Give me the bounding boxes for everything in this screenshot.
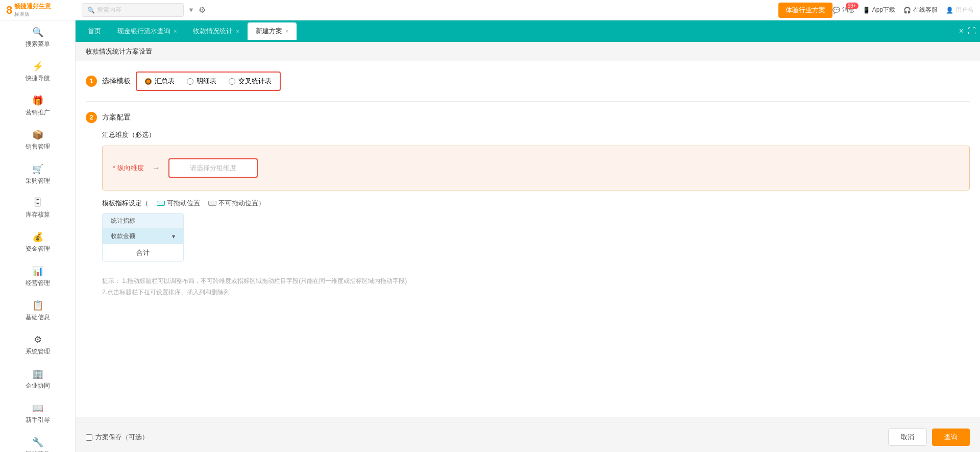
radio-detail[interactable]: 明细表 <box>187 77 216 86</box>
page-content: 收款情况统计方案设置 1 选择模板 汇总表 <box>76 42 980 452</box>
radio-cross-input[interactable] <box>229 78 235 85</box>
dimension-select[interactable]: 请选择分组维度 <box>168 158 258 178</box>
metrics-header: 模板指标设定（ 可拖动位置 不可拖动位置） <box>102 199 970 208</box>
main-layout: 🔍 搜索菜单 ⚡ 快捷导航 🎁 营销推广 📦 销售管理 🛒 采购管理 🗄 库存核… <box>0 20 980 452</box>
sidebar-item-label-guide: 新手引导 <box>26 416 50 424</box>
service-icon: 🎧 <box>903 7 911 14</box>
dimension-label: 汇总维度（必选） <box>102 130 970 139</box>
step2-number: 2 <box>86 112 97 123</box>
basic-info-icon: 📋 <box>32 300 43 311</box>
sidebar-item-finance[interactable]: 💰 资金管理 <box>0 225 75 259</box>
online-service[interactable]: 🎧 在线客服 <box>903 6 938 14</box>
sidebar-item-guide[interactable]: 📖 新手引导 <box>0 396 75 431</box>
hint1: 提示： 1.拖动标题栏可以调整布局，不可跨维度或指标区域拖动栏目字段(只能在同一… <box>102 276 970 287</box>
radio-cross[interactable]: 交叉统计表 <box>229 77 272 86</box>
dropdown-icon[interactable]: ▼ <box>188 6 194 14</box>
user-area[interactable]: 👤 用户名 <box>946 6 974 14</box>
top-right-icons: 💬 消息 99+ 📱 App下载 🎧 在线客服 👤 用户名 <box>832 6 974 14</box>
radio-summary[interactable]: 汇总表 <box>145 77 175 86</box>
enterprise-icon: 🏢 <box>32 368 43 379</box>
guide-icon: 📖 <box>32 402 43 414</box>
template-radio-group: 汇总表 明细表 交叉统计表 <box>136 72 281 91</box>
tab-fullscreen-button[interactable]: ⛶ <box>968 27 976 36</box>
sidebar-item-marketing[interactable]: 🎁 营销推广 <box>0 89 75 123</box>
radio-detail-input[interactable] <box>187 78 193 85</box>
radio-summary-label: 汇总表 <box>155 77 175 86</box>
tab-home-label: 首页 <box>88 27 101 36</box>
search-icon: 🔍 <box>87 7 95 14</box>
tab-collection[interactable]: 收款情况统计 × <box>185 22 247 40</box>
radio-detail-label: 明细表 <box>197 77 216 86</box>
sidebar-item-label-quick: 快捷导航 <box>26 74 50 83</box>
sidebar-item-hardware[interactable]: 🔧 智能硬件 <box>0 431 75 452</box>
metrics-column-row[interactable]: 收款金额 ▾ <box>103 229 183 244</box>
metrics-config: 模板指标设定（ 可拖动位置 不可拖动位置） <box>102 199 970 264</box>
draggable-text: 可拖动位置 <box>167 199 200 208</box>
management-icon: 📊 <box>32 266 43 277</box>
sidebar-item-inventory[interactable]: 🗄 库存核算 <box>0 192 75 225</box>
content-area: 首页 现金银行流水查询 × 收款情况统计 × 新建方案 × × ⛶ 收款情况统计… <box>76 20 980 452</box>
metrics-table-header: 统计指标 <box>103 213 183 229</box>
download-label: App下载 <box>872 6 895 14</box>
metrics-column-label: 收款金额 <box>111 232 135 241</box>
metrics-header-label: 模板指标设定（ <box>102 199 149 208</box>
tab-close-all-button[interactable]: × <box>959 27 964 36</box>
tab-new-plan-close[interactable]: × <box>285 28 288 34</box>
sidebar: 🔍 搜索菜单 ⚡ 快捷导航 🎁 营销推广 📦 销售管理 🛒 采购管理 🗄 库存核… <box>0 20 76 452</box>
sidebar-item-management[interactable]: 📊 经营管理 <box>0 259 75 294</box>
search-box[interactable]: 🔍 搜索内容 <box>82 3 184 17</box>
sidebar-item-label-search: 搜索菜单 <box>26 40 50 49</box>
user-icon: 👤 <box>946 7 953 14</box>
tab-collection-close[interactable]: × <box>236 28 239 34</box>
step2-title: 方案配置 <box>102 113 131 122</box>
message-icon-wrapper[interactable]: 💬 消息 99+ <box>832 6 854 14</box>
save-checkbox[interactable] <box>86 434 92 441</box>
radio-summary-input[interactable] <box>145 78 152 85</box>
sidebar-item-label-purchase: 采购管理 <box>26 177 50 185</box>
search-menu-icon: 🔍 <box>32 27 43 38</box>
sidebar-item-purchase[interactable]: 🛒 采购管理 <box>0 157 75 192</box>
search-area: 🔍 搜索内容 ▼ ⚙ <box>82 3 778 17</box>
non-draggable-text: 不可拖动位置） <box>218 199 265 208</box>
metrics-column-chevron: ▾ <box>172 233 175 240</box>
logo-version: 标准版 <box>14 11 51 18</box>
tab-bank-flow[interactable]: 现金银行流水查询 × <box>109 22 185 40</box>
tab-collection-label: 收款情况统计 <box>193 27 233 36</box>
sidebar-item-enterprise[interactable]: 🏢 企业协同 <box>0 362 75 396</box>
sidebar-item-system[interactable]: ⚙ 系统管理 <box>0 328 75 362</box>
step-divider <box>86 101 970 102</box>
save-label: 方案保存（可选） <box>95 433 149 442</box>
tab-new-plan[interactable]: 新建方案 × <box>248 22 297 40</box>
sidebar-item-quick[interactable]: ⚡ 快捷导航 <box>0 55 75 89</box>
system-icon: ⚙ <box>34 334 42 345</box>
download-icon: 📱 <box>863 7 870 14</box>
sidebar-item-search[interactable]: 🔍 搜索菜单 <box>0 20 75 55</box>
sidebar-item-sales[interactable]: 📦 销售管理 <box>0 123 75 157</box>
app-download[interactable]: 📱 App下载 <box>863 6 895 14</box>
sidebar-item-label-enterprise: 企业协同 <box>26 382 50 390</box>
tab-bar: 首页 现金银行流水查询 × 收款情况统计 × 新建方案 × × ⛶ <box>76 20 980 42</box>
query-button[interactable]: 查询 <box>932 429 970 446</box>
save-option[interactable]: 方案保存（可选） <box>86 433 149 442</box>
user-label: 用户名 <box>955 6 974 14</box>
step2-section: 2 方案配置 汇总维度（必选） * 纵向维度 → 请选择分组维度 <box>86 112 970 298</box>
sidebar-item-label-hardware: 智能硬件 <box>26 450 50 452</box>
sales-icon: 📦 <box>32 129 43 140</box>
step1-section: 1 选择模板 汇总表 明细表 <box>86 72 970 91</box>
step2-header: 2 方案配置 <box>86 112 970 123</box>
sidebar-item-basic[interactable]: 📋 基础信息 <box>0 294 75 328</box>
sidebar-item-label-inventory: 库存核算 <box>26 210 50 219</box>
non-draggable-label: 不可拖动位置） <box>208 199 265 208</box>
purchase-icon: 🛒 <box>32 163 43 175</box>
tab-home[interactable]: 首页 <box>80 22 109 40</box>
bottom-bar: 方案保存（可选） 取消 查询 <box>76 422 980 452</box>
tab-bank-flow-close[interactable]: × <box>174 28 177 34</box>
metrics-table-header-label: 统计指标 <box>111 217 135 225</box>
marketing-icon: 🎁 <box>32 95 43 106</box>
trial-button[interactable]: 体验行业方案 <box>778 3 832 18</box>
settings-icon[interactable]: ⚙ <box>199 5 206 15</box>
cancel-button[interactable]: 取消 <box>888 429 927 446</box>
message-icon: 💬 <box>832 7 840 14</box>
page-breadcrumb: 收款情况统计方案设置 <box>76 42 980 61</box>
dimension-area: * 纵向维度 → 请选择分组维度 <box>102 146 970 191</box>
